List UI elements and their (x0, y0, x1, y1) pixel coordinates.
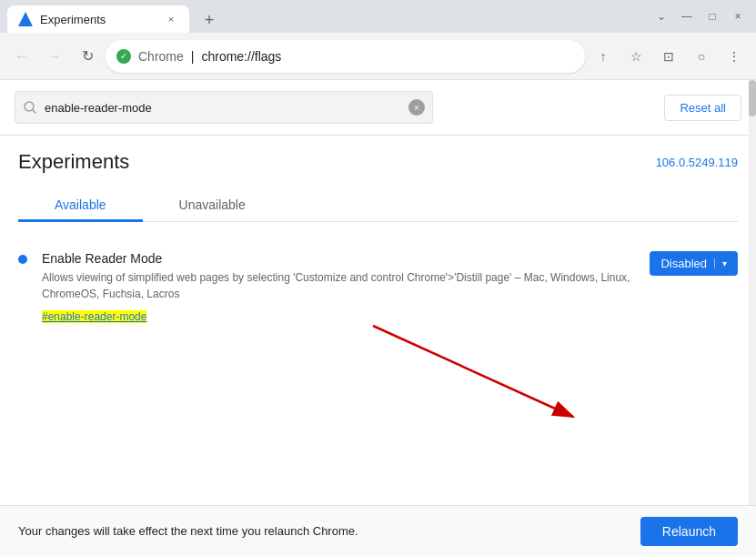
flag-status-label: Disabled (660, 257, 707, 270)
search-icon (23, 100, 37, 115)
maximize-button[interactable]: □ (701, 5, 723, 27)
bottom-bar: Your changes will take effect the next t… (0, 505, 756, 556)
url-bar[interactable]: ✓ Chrome | chrome://flags (106, 40, 585, 73)
active-tab[interactable]: Experiments × (7, 5, 189, 33)
bookmark-button[interactable]: ☆ (621, 42, 650, 71)
relaunch-button[interactable]: Relaunch (640, 517, 738, 546)
clear-search-button[interactable]: × (408, 99, 425, 116)
back-button[interactable]: ← (7, 42, 36, 71)
refresh-button[interactable]: ↻ (73, 42, 102, 71)
url-text: chrome://flags (201, 49, 281, 64)
flag-bullet (18, 255, 27, 264)
scrollbar-thumb[interactable] (749, 80, 756, 116)
share-button[interactable]: ↑ (589, 42, 618, 71)
experiments-content: Experiments 106.0.5249.119 Available Una… (0, 136, 756, 505)
flag-dropdown-arrow[interactable]: ▾ (714, 258, 727, 268)
main-content: × Reset all Experiments 106.0.5249.119 A… (0, 80, 756, 556)
split-button[interactable]: ⊡ (654, 42, 683, 71)
title-bar: Experiments × + ⌄ — □ × (0, 0, 756, 33)
svg-line-1 (33, 110, 35, 113)
flag-status-button[interactable]: Disabled ▾ (650, 251, 738, 276)
page-header: Experiments 106.0.5249.119 (18, 150, 738, 174)
profile-button[interactable]: ○ (687, 42, 716, 71)
bottom-message: Your changes will take effect the next t… (18, 524, 358, 538)
tab-unavailable[interactable]: Unavailable (143, 188, 282, 221)
site-name: Chrome (138, 49, 184, 64)
search-bar-area: × Reset all (0, 80, 756, 136)
flag-link[interactable]: #enable-reader-mode (42, 310, 146, 323)
tab-favicon (18, 12, 33, 26)
minimize-button[interactable]: — (676, 5, 698, 27)
reset-all-button[interactable]: Reset all (664, 95, 741, 121)
url-separator: | (191, 49, 195, 64)
menu-button[interactable]: ⋮ (720, 42, 749, 71)
tab-title: Experiments (40, 13, 156, 26)
forward-button[interactable]: → (40, 42, 69, 71)
search-input[interactable] (45, 101, 401, 115)
page-title: Experiments (18, 150, 129, 174)
site-icon: ✓ (116, 49, 131, 64)
svg-line-3 (373, 326, 573, 417)
tabs-row: Available Unavailable (18, 188, 738, 222)
chevron-button[interactable]: ⌄ (650, 5, 672, 27)
annotation-area (18, 335, 738, 426)
tab-available[interactable]: Available (18, 188, 143, 221)
address-bar: ← → ↻ ✓ Chrome | chrome://flags ↑ ☆ ⊡ ○ … (0, 33, 756, 80)
annotation-arrow (155, 280, 610, 426)
flag-control: Disabled ▾ (650, 251, 738, 276)
window-controls: ⌄ — □ × (650, 5, 749, 27)
tab-close-button[interactable]: × (164, 12, 178, 26)
flag-search-box[interactable]: × (15, 91, 433, 124)
flag-name: Enable Reader Mode (42, 251, 635, 266)
new-tab-button[interactable]: + (197, 7, 222, 33)
scrollbar[interactable] (749, 80, 756, 505)
version-text: 106.0.5249.119 (656, 156, 738, 169)
close-button[interactable]: × (727, 5, 749, 27)
